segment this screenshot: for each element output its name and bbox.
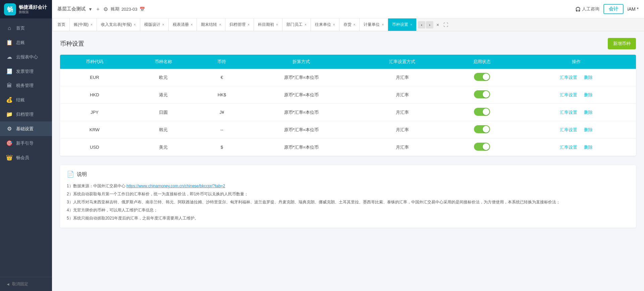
toggle-3[interactable] [474,125,490,133]
tab-period_end[interactable]: 期末结转 × [197,18,225,31]
rate-setting-link-3[interactable]: 汇率设置 [560,127,577,132]
toggle-4[interactable] [474,143,490,151]
sidebar: 畅 畅捷通好会计 旗舰版 ⌂ 首页 📋 总账 ☁ 云报表中心 🧾 发票管理 🏛 … [0,0,52,291]
tab-close-dept[interactable]: × [305,23,307,27]
add-company-icon[interactable]: ＋ [95,6,101,13]
user-role-btn[interactable]: 会计 [603,4,624,14]
sidebar-item-guide[interactable]: 🎯 新手引导 [0,136,52,150]
page-title: 币种设置 [60,40,84,48]
cell-method-3: 原币*汇率=本位币 [246,121,357,139]
chinamoney-link[interactable]: https://www.chinamoney.com.cn/chinese/bk… [126,184,225,188]
sidebar-item-invoice[interactable]: 🧾 发票管理 [0,64,52,79]
sidebar-icon-reports: ☁ [6,54,13,60]
col-header-汇率设置方式: 汇率设置方式 [357,55,447,69]
delete-link-2[interactable]: 删除 [584,110,593,115]
new-currency-btn[interactable]: 新增币种 [608,38,636,49]
cell-toggle-4 [447,139,517,156]
cell-actions-2: 汇率设置 删除 [516,104,636,121]
tab-close-archive[interactable]: × [248,23,250,27]
toggle-knob-3 [483,126,489,133]
sidebar-icon-home: ⌂ [6,25,13,31]
delete-link-3[interactable]: 删除 [584,127,593,132]
tab-tax[interactable]: 税表清册 × [169,18,197,31]
cell-symbol-0: € [198,69,246,86]
tab-income[interactable]: 收入支出表(年报) × [97,18,140,31]
tab-currency[interactable]: 币种设置 × [388,18,417,31]
sidebar-item-settlement[interactable]: 💰 结账 [0,93,52,107]
rate-setting-link-4[interactable]: 汇率设置 [560,145,577,150]
tab-home[interactable]: 首页 [53,18,70,31]
tab-prev-btn[interactable]: ‹ [418,21,425,29]
rate-setting-link-2[interactable]: 汇率设置 [560,110,577,115]
tab-label-template: 模版设计 [144,22,160,28]
help-btn[interactable]: 🎧 人工咨询 [575,6,599,12]
topbar-right: 🎧 人工咨询 会计 iAM * [575,4,639,14]
sidebar-item-home[interactable]: ⌂ 首页 [0,21,52,35]
calendar-icon[interactable]: 📅 [140,7,145,12]
tab-label-inventory: 存货 [343,22,352,28]
sidebar-item-ledger[interactable]: 📋 总账 [0,35,52,50]
note-item-2: 3）人民币对马来西亚林吉特、俄罗斯卢布、南非兰特、韩元、阿联酋迪拉姆、沙特里亚尔… [67,198,629,206]
sidebar-label-reports: 云报表中心 [16,54,38,60]
tab-label-income: 收入支出表(年报) [101,22,132,28]
table-row: KRW韩元--原币*汇率=本位币月汇率 汇率设置 删除 [60,121,636,139]
tab-label-currency: 币种设置 [392,22,408,28]
toggle-2[interactable] [474,108,490,116]
settings-icon[interactable]: ⚙ [103,6,108,12]
tab-close-measure[interactable]: × [382,23,384,27]
tab-close-tax[interactable]: × [191,23,193,27]
table-row: USD美元$原币*汇率=本位币月汇率 汇率设置 删除 [60,139,636,156]
tab-period[interactable]: 账(中期) × [70,18,97,31]
cell-method-0: 原币*汇率=本位币 [246,69,357,86]
tab-archive[interactable]: 归档管理 × [225,18,254,31]
tab-clients[interactable]: 往来单位 × [311,18,339,31]
sidebar-label-invoice: 发票管理 [16,68,34,75]
tab-inventory[interactable]: 存货 × [339,18,360,31]
delete-link-0[interactable]: 删除 [584,75,593,80]
sidebar-label-guide: 新手引导 [16,140,34,146]
sidebar-item-tax[interactable]: 🏛 税务管理 [0,79,52,93]
tab-next-btn[interactable]: › [426,21,433,29]
delete-link-4[interactable]: 删除 [584,145,593,150]
tab-dept[interactable]: 部门员工 × [282,18,311,31]
delete-link-1[interactable]: 删除 [584,92,593,97]
tab-close-period[interactable]: × [91,23,93,27]
company-dropdown-icon[interactable]: ▼ [88,7,93,12]
tab-close-period_end[interactable]: × [219,23,221,27]
tab-close-currency[interactable]: × [410,23,412,27]
tab-subjects[interactable]: 科目期初 × [254,18,282,31]
cell-name-2: 日圆 [129,104,198,121]
sidebar-item-settings[interactable]: ⚙ 基础设置 [0,122,52,136]
tab-close-clients[interactable]: × [333,23,335,27]
tab-label-tax: 税表清册 [173,22,189,28]
tab-measure[interactable]: 计量单位 × [360,18,388,31]
notes-section: 📄 说明 1）数据来源：中国外汇交易中心 https://www.chinamo… [60,165,636,228]
tab-close-all-btn[interactable]: × [434,21,441,29]
table-row: EUR欧元€原币*汇率=本位币月汇率 汇率设置 删除 [60,69,636,86]
cell-rate-3: 月汇率 [357,121,447,139]
tab-template[interactable]: 模版设计 × [140,18,169,31]
rate-setting-link-0[interactable]: 汇率设置 [560,75,577,80]
sidebar-item-member[interactable]: 👑 畅会员 [0,150,52,165]
sidebar-icon-archive: 📁 [6,111,13,117]
sidebar-pin-label: 取消固定 [12,281,28,287]
table-row: JPY日圆J¥原币*汇率=本位币月汇率 汇率设置 删除 [60,104,636,121]
sidebar-pin-toggle[interactable]: ◄ 取消固定 [0,277,52,291]
cell-name-4: 美元 [129,139,198,156]
toggle-0[interactable] [474,73,490,81]
tab-close-template[interactable]: × [162,23,164,27]
col-header-启用状态: 启用状态 [447,55,517,69]
sidebar-nav: ⌂ 首页 📋 总账 ☁ 云报表中心 🧾 发票管理 🏛 税务管理 💰 结账 📁 归… [0,18,52,277]
cell-actions-0: 汇率设置 删除 [516,69,636,86]
tab-close-inventory[interactable]: × [354,23,356,27]
sidebar-item-reports[interactable]: ☁ 云报表中心 [0,50,52,64]
cell-rate-1: 月汇率 [357,86,447,104]
toggle-1[interactable] [474,90,490,98]
tab-close-subjects[interactable]: × [276,23,278,27]
pin-icon: ◄ [6,282,10,287]
rate-setting-link-1[interactable]: 汇率设置 [560,92,577,97]
sidebar-label-settlement: 结账 [16,97,25,103]
tab-close-income[interactable]: × [134,23,136,27]
sidebar-item-archive[interactable]: 📁 归档管理 [0,107,52,122]
tab-expand-btn[interactable]: ⛶ [442,21,449,29]
